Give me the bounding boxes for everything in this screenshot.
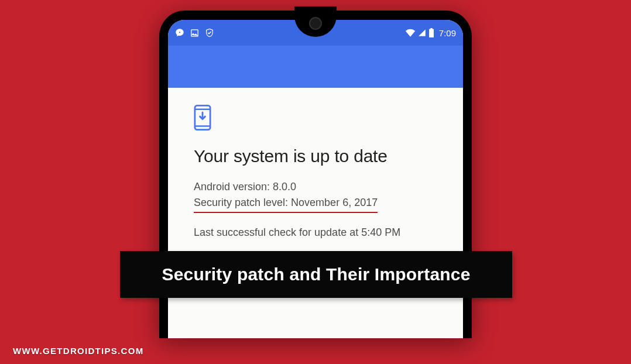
status-left (175, 28, 214, 37)
watermark: WWW.GETDROIDTIPS.COM (13, 346, 143, 356)
security-patch-label: Security patch level: (194, 197, 288, 208)
app-header (168, 46, 463, 88)
update-content: Your system is up to date Android versio… (168, 88, 463, 278)
last-check-row: Last successful check for update at 5:40… (194, 225, 445, 241)
highlight-underline (194, 212, 378, 214)
photo-icon (190, 29, 199, 37)
signal-icon (418, 29, 426, 37)
svg-rect-2 (429, 29, 434, 37)
caption-bar: Security patch and Their Importance (120, 251, 512, 298)
shield-check-icon (205, 28, 214, 37)
chat-icon (175, 28, 184, 37)
front-camera (309, 17, 322, 30)
battery-icon (428, 28, 434, 37)
security-patch-row: Security patch level: November 6, 2017 (194, 195, 445, 211)
caption-text: Security patch and Their Importance (162, 265, 470, 284)
clock-time: 7:09 (439, 28, 456, 38)
wifi-icon (405, 29, 416, 37)
android-version-label: Android version: (194, 181, 270, 193)
status-right: 7:09 (405, 28, 456, 38)
svg-rect-3 (430, 28, 432, 29)
system-update-icon (194, 104, 211, 130)
svg-point-0 (179, 32, 180, 33)
android-version-row: Android version: 8.0.0 (194, 179, 445, 195)
update-heading: Your system is up to date (194, 146, 445, 166)
security-patch-value: November 6, 2017 (291, 197, 378, 208)
android-version-value: 8.0.0 (273, 181, 296, 193)
